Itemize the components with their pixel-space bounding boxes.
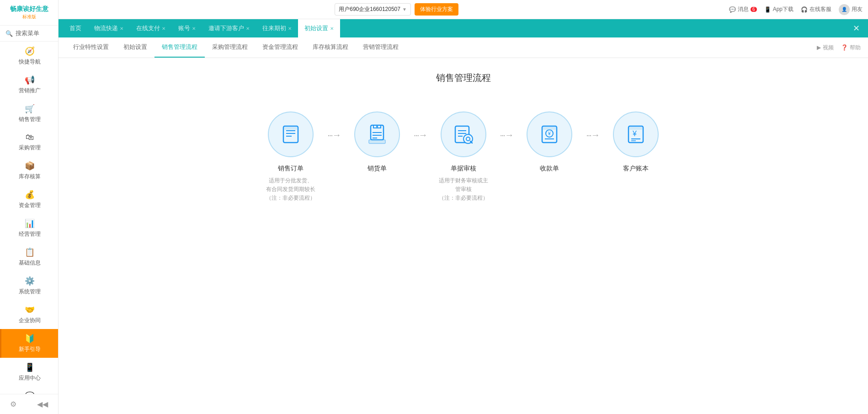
menu-label-sales-mgmt: 销售管理 bbox=[19, 116, 41, 123]
sidebar-item-marketing-promo[interactable]: 📢 营销推广 bbox=[0, 70, 58, 99]
menu-label-new-guide: 新手引导 bbox=[19, 345, 41, 353]
flow-step-name-1: 销货单 bbox=[367, 165, 387, 173]
flow-step-name-0: 销售订单 bbox=[278, 165, 304, 173]
nav-tab-账号[interactable]: 账号✕ bbox=[172, 19, 202, 37]
nav-tab-label: 账号 bbox=[178, 24, 190, 32]
flow-step-1[interactable]: 销货单 bbox=[341, 111, 414, 176]
close-tab-icon[interactable]: ✕ bbox=[162, 26, 165, 31]
sidebar-item-finance-mgmt[interactable]: 💰 资金管理 bbox=[0, 185, 58, 214]
nav-tab-label: 在线支付 bbox=[136, 24, 160, 32]
header-right: 💬 消息 6 📱 App下载 🎧 在线客服 👤 用友 bbox=[729, 4, 863, 15]
sub-tab-销售管理流程[interactable]: 销售管理流程 bbox=[154, 37, 205, 58]
close-tab-icon[interactable]: ✕ bbox=[192, 26, 196, 31]
menu-icon-finance-mgmt: 💰 bbox=[25, 190, 35, 200]
phone-icon: 📱 bbox=[764, 6, 771, 13]
sidebar-item-inventory[interactable]: 📦 库存核算 bbox=[0, 156, 58, 185]
sub-tab-行业特性设置[interactable]: 行业特性设置 bbox=[66, 37, 116, 58]
online-service-btn[interactable]: 🎧 在线客服 bbox=[801, 5, 831, 13]
app-download-btn[interactable]: 📱 App下载 bbox=[764, 5, 793, 13]
sub-tab-资金管理流程[interactable]: 资金管理流程 bbox=[255, 37, 305, 58]
close-window-btn[interactable]: ✕ bbox=[849, 23, 863, 33]
arrow-icon: ···→ bbox=[327, 130, 341, 140]
sub-tab-采购管理流程[interactable]: 采购管理流程 bbox=[205, 37, 255, 58]
menu-icon-basic-info: 📋 bbox=[25, 247, 35, 257]
message-btn[interactable]: 💬 消息 6 bbox=[729, 5, 757, 13]
flow-step-3[interactable]: ¥ 收款单 bbox=[513, 111, 586, 176]
user-avatar-btn[interactable]: 👤 用友 bbox=[839, 4, 863, 15]
menu-icon-enterprise-collab: 🤝 bbox=[25, 305, 35, 315]
user-selector[interactable]: 用户690企业1660120507 ▼ bbox=[335, 3, 411, 16]
flow-step-2[interactable]: 单据审核 适用于财务审核或主管审核（注：非必要流程） bbox=[427, 111, 500, 203]
help-link[interactable]: ❓ 帮助 bbox=[841, 44, 861, 52]
arrow-icon: ···→ bbox=[500, 130, 513, 140]
svg-rect-22 bbox=[543, 127, 556, 130]
menu-icon-quick-nav: 🧭 bbox=[25, 46, 35, 56]
arrow-icon: ···→ bbox=[586, 130, 599, 140]
chevron-down-icon: ▼ bbox=[402, 7, 407, 12]
menu-label-system-mgmt: 系统管理 bbox=[19, 288, 41, 296]
sidebar-collapse-btn[interactable]: ◀◀ bbox=[33, 398, 52, 410]
arrow-icon: ···→ bbox=[414, 130, 427, 140]
flow-step-name-3: 收款单 bbox=[540, 165, 559, 173]
sidebar-item-new-guide[interactable]: 🔰 新手引导 bbox=[0, 329, 58, 358]
svg-rect-26 bbox=[629, 127, 642, 130]
sub-tabs-right: ▶ 视频 ❓ 帮助 bbox=[817, 44, 861, 52]
nav-tab-在线支付[interactable]: 在线支付✕ bbox=[130, 19, 172, 37]
menu-label-basic-info: 基础信息 bbox=[19, 259, 41, 267]
nav-tab-初始设置[interactable]: 初始设置✕ bbox=[298, 19, 340, 37]
video-link[interactable]: ▶ 视频 bbox=[817, 44, 834, 52]
message-icon: 💬 bbox=[729, 6, 736, 13]
menu-label-finance-mgmt: 资金管理 bbox=[19, 202, 41, 209]
nav-tab-label: 邀请下游客户 bbox=[208, 24, 244, 32]
play-icon: ▶ bbox=[817, 44, 821, 51]
search-icon: 🔍 bbox=[5, 30, 13, 37]
sidebar-item-enterprise-wechat[interactable]: 💬 企业微信 bbox=[0, 387, 58, 394]
nav-tab-物流快递[interactable]: 物流快递✕ bbox=[88, 19, 130, 37]
nav-tab-label: 首页 bbox=[69, 24, 81, 32]
flow-circle-2 bbox=[441, 111, 486, 157]
close-tab-icon[interactable]: ✕ bbox=[288, 26, 292, 31]
sidebar-item-operations-mgmt[interactable]: 📊 经营管理 bbox=[0, 214, 58, 243]
nav-tab-首页[interactable]: 首页 bbox=[63, 19, 88, 37]
search-menu[interactable]: 🔍 搜索菜单 bbox=[0, 26, 58, 42]
page-body: 销售管理流程 销售订单 适用于分批发货、有合同发货周期较长（注：非必要流程） ·… bbox=[59, 58, 868, 217]
flow-step-0[interactable]: 销售订单 适用于分批发货、有合同发货周期较长（注：非必要流程） bbox=[254, 111, 327, 203]
message-label: 消息 bbox=[738, 5, 749, 13]
flow-circle-4: ¥ bbox=[613, 111, 659, 157]
svg-text:¥: ¥ bbox=[548, 131, 551, 136]
nav-tab-label: 初始设置 bbox=[304, 24, 328, 32]
header-left: 用户690企业1660120507 ▼ 体验行业方案 bbox=[335, 3, 458, 16]
svg-rect-10 bbox=[369, 140, 385, 143]
sub-tabs: 行业特性设置初始设置销售管理流程采购管理流程资金管理流程库存核算流程营销管理流程… bbox=[59, 37, 868, 58]
menu-icon-system-mgmt: ⚙️ bbox=[25, 276, 35, 286]
sidebar-item-quick-nav[interactable]: 🧭 快捷导航 bbox=[0, 42, 58, 70]
menu-icon-operations-mgmt: 📊 bbox=[25, 218, 35, 228]
sidebar-item-purchase-mgmt[interactable]: 🛍 采购管理 bbox=[0, 128, 58, 156]
nav-tab-往来期初[interactable]: 往来期初✕ bbox=[256, 19, 298, 37]
app-download-label: App下载 bbox=[773, 5, 793, 13]
sub-tab-初始设置[interactable]: 初始设置 bbox=[116, 37, 154, 58]
sub-tab-库存核算流程[interactable]: 库存核算流程 bbox=[305, 37, 356, 58]
logo-subtitle: 标准版 bbox=[22, 14, 36, 20]
sidebar-item-sales-mgmt[interactable]: 🛒 销售管理 bbox=[0, 99, 58, 128]
close-tab-icon[interactable]: ✕ bbox=[246, 26, 250, 31]
sidebar-item-basic-info[interactable]: 📋 基础信息 bbox=[0, 243, 58, 271]
menu-label-purchase-mgmt: 采购管理 bbox=[19, 144, 41, 152]
close-tab-icon[interactable]: ✕ bbox=[120, 26, 123, 31]
page-title: 销售管理流程 bbox=[77, 72, 850, 84]
close-tab-icon[interactable]: ✕ bbox=[330, 26, 334, 31]
sidebar-item-enterprise-collab[interactable]: 🤝 企业协同 bbox=[0, 300, 58, 329]
sub-tab-营销管理流程[interactable]: 营销管理流程 bbox=[356, 37, 406, 58]
menu-icon-sales-mgmt: 🛒 bbox=[25, 104, 35, 114]
trial-btn[interactable]: 体验行业方案 bbox=[415, 3, 458, 16]
flow-circle-1 bbox=[354, 111, 400, 157]
sidebar-item-app-center[interactable]: 📱 应用中心 bbox=[0, 358, 58, 387]
flow-step-name-4: 客户账本 bbox=[623, 165, 649, 173]
user-label: 用户690企业1660120507 bbox=[339, 5, 400, 13]
nav-tab-邀请下游客户[interactable]: 邀请下游客户✕ bbox=[202, 19, 256, 37]
avatar: 👤 bbox=[839, 4, 850, 15]
sidebar-settings-btn[interactable]: ⚙ bbox=[6, 398, 20, 410]
flow-step-4[interactable]: ¥ 客户账本 bbox=[599, 111, 672, 176]
top-header: 用户690企业1660120507 ▼ 体验行业方案 💬 消息 6 📱 App下… bbox=[0, 0, 868, 19]
sidebar-item-system-mgmt[interactable]: ⚙️ 系统管理 bbox=[0, 271, 58, 300]
